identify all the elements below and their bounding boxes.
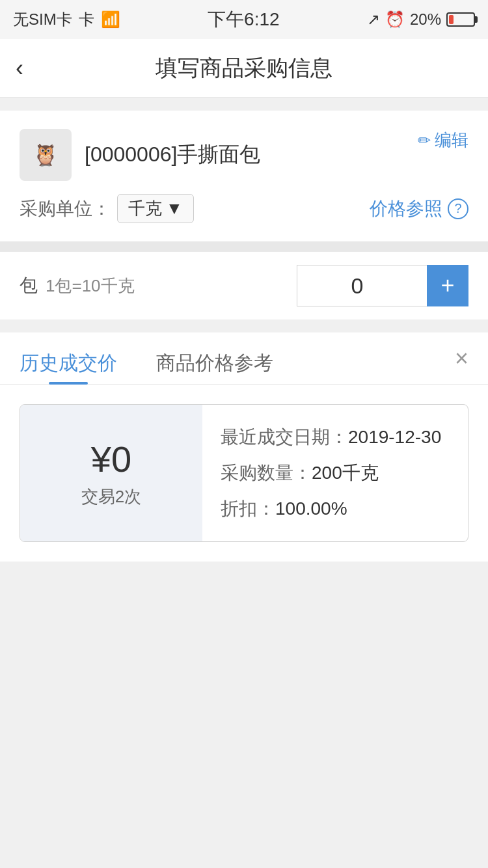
quantity-plus-button[interactable]: + [427,265,468,306]
edit-icon: ✏ [418,131,431,150]
dropdown-arrow-icon: ▼ [166,198,183,219]
price-reference-button[interactable]: 价格参照 ? [370,197,468,221]
unit-select-dropdown[interactable]: 千克 ▼ [117,194,194,223]
tab-product-price-ref[interactable]: 商品价格参考 [156,332,273,385]
tabs-list: 历史成交价 商品价格参考 [20,332,273,385]
product-thumbnail: 🦉 [20,129,72,181]
unit-label-text: 采购单位： [20,197,111,221]
history-card-right: 最近成交日期：2019-12-30 采购数量：200千克 折扣：100.00% [202,405,468,541]
tab-close-button[interactable]: × [455,347,468,370]
alarm-icon: ⏰ [385,10,405,29]
product-section: 🦉 [0000006]手撕面包 ✏ 编辑 采购单位： 千克 ▼ 价格参照 ? [0,111,488,241]
status-right: ↗ ⏰ 20% [367,10,475,29]
quantity-input-group: + [297,265,468,306]
product-left: 🦉 [0000006]手撕面包 [20,129,260,181]
sim-card-icon: 卡 [79,9,94,30]
bottom-empty-area [0,562,488,868]
unit-value: 千克 [128,197,162,220]
quantity-row: 包 1包=10千克 + [0,252,488,319]
recent-date-label: 最近成交日期： [221,427,348,447]
package-icon: 包 [20,273,38,298]
tabs-header: 历史成交价 商品价格参考 × [0,332,488,385]
product-title: 手撕面包 [177,142,260,166]
product-header: 🦉 [0000006]手撕面包 ✏ 编辑 [20,129,468,181]
tab-price-ref-label: 商品价格参考 [156,350,273,377]
tab-history-label: 历史成交价 [20,350,117,377]
discount-label: 折扣： [221,498,275,519]
discount-row: 折扣：100.00% [221,496,450,521]
edit-label: 编辑 [435,129,468,152]
status-time: 下午6:12 [208,7,280,32]
quantity-input[interactable] [297,265,427,306]
battery-percent: 20% [410,10,441,29]
tabs-section: 历史成交价 商品价格参考 × ¥0 交易2次 最近成交日期：2019-12-30… [0,332,488,562]
history-card-left: ¥0 交易2次 [20,405,202,541]
history-trades-count: 交易2次 [81,485,141,508]
price-ref-label: 价格参照 [370,197,442,221]
back-button[interactable]: ‹ [16,55,23,82]
history-price: ¥0 [91,438,131,480]
battery-fill [449,15,454,24]
edit-button[interactable]: ✏ 编辑 [418,129,468,152]
product-logo: 🦉 [33,142,59,167]
nav-bar: ‹ 填写商品采购信息 [0,39,488,98]
price-ref-help-icon: ? [448,198,468,219]
history-content: ¥0 交易2次 最近成交日期：2019-12-30 采购数量：200千克 折扣：… [0,385,488,562]
history-card: ¥0 交易2次 最近成交日期：2019-12-30 采购数量：200千克 折扣：… [20,404,468,542]
battery-icon [446,12,475,27]
package-conversion: 1包=10千克 [46,275,135,297]
product-id: [0000006] [85,142,177,166]
product-name: [0000006]手撕面包 [85,141,260,169]
purchase-qty-row: 采购数量：200千克 [221,460,450,485]
recent-date-row: 最近成交日期：2019-12-30 [221,424,450,450]
carrier-text: 无SIM卡 [13,9,72,30]
recent-date-value: 2019-12-30 [348,427,441,447]
purchase-qty-label: 采购数量： [221,463,312,483]
tab-history-price[interactable]: 历史成交价 [20,332,117,385]
wifi-icon: 📶 [101,10,120,29]
page-title: 填写商品采购信息 [156,53,332,83]
product-meta: 采购单位： 千克 ▼ 价格参照 ? [20,194,468,223]
status-bar: 无SIM卡 卡 📶 下午6:12 ↗ ⏰ 20% [0,0,488,39]
purchase-qty-value: 200千克 [312,463,379,483]
price-value: 0 [111,439,131,480]
quantity-label: 包 1包=10千克 [20,273,135,298]
discount-value: 100.00% [275,498,347,519]
section-divider [0,241,488,252]
unit-label: 采购单位： 千克 ▼ [20,194,194,223]
location-icon: ↗ [367,10,380,29]
status-left: 无SIM卡 卡 📶 [13,9,120,30]
currency-symbol: ¥ [91,439,111,480]
